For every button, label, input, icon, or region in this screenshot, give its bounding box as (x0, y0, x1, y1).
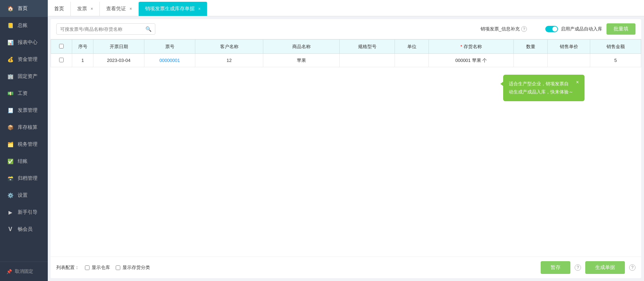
sidebar-item-label: 税务管理 (18, 141, 38, 148)
payroll-icon: 💵 (6, 90, 14, 97)
tab-cancel-invoice-label: 销项发票生成库存单据 (145, 6, 195, 12)
td-seq: 1 (72, 54, 93, 67)
td-qty (514, 54, 548, 67)
th-qty: 数量 (514, 40, 548, 54)
sidebar-item-closing[interactable]: ✅ 结账 (0, 153, 48, 170)
table-row: 1 2023-03-04 00000001 12 苹果 000001 苹果 个 … (51, 54, 641, 67)
sidebar-item-label: 固定资产 (18, 73, 38, 80)
show-warehouse-label: 显示仓库 (92, 264, 110, 271)
fund-icon: 💰 (6, 56, 14, 63)
tooltip-close-button[interactable]: × (576, 80, 579, 85)
show-warehouse-checkbox[interactable] (85, 265, 90, 270)
tab-invoice-close[interactable]: × (91, 6, 93, 11)
save-button[interactable]: 暂存 (541, 261, 570, 274)
batch-fill-button[interactable]: 批量填 (606, 23, 636, 35)
report-icon: 📊 (6, 39, 14, 46)
page-content: 🔍 销项发票_信息补充 ? 启用产成品自动入库 批量填 (51, 19, 641, 278)
cancel-pin-label: 取消固定 (15, 268, 33, 275)
home-icon: 🏠 (6, 5, 14, 12)
th-amount: 销售金额 (590, 40, 641, 54)
auto-warehouse-toggle[interactable] (545, 26, 558, 32)
sidebar-item-label: 设置 (18, 192, 28, 199)
footer-category-group: 显示存货分类 (116, 264, 150, 271)
generate-help-icon[interactable]: ? (629, 264, 636, 271)
sidebar-item-invoice-management[interactable]: 🧾 发票管理 (0, 102, 48, 119)
td-spec (340, 54, 395, 67)
td-customer: 12 (195, 54, 263, 67)
sidebar-item-report-center[interactable]: 📊 报表中心 (0, 34, 48, 51)
th-date: 开票日期 (93, 40, 144, 54)
sidebar-item-home[interactable]: 🏠 首页 (0, 0, 48, 17)
sidebar-item-guide[interactable]: ▶ 新手引导 (0, 204, 48, 221)
sidebar-item-label: 畅会员 (18, 226, 33, 233)
tab-invoice-label: 发票 (77, 6, 87, 12)
th-price: 销售单价 (548, 40, 590, 54)
tab-cancel-invoice-close[interactable]: × (198, 6, 201, 11)
tax-icon: 🗂️ (6, 140, 14, 148)
save-help-icon[interactable]: ? (575, 264, 581, 271)
settings-icon: ⚙️ (6, 191, 14, 199)
sidebar-item-label: 归档管理 (18, 175, 38, 182)
tab-view-voucher-close[interactable]: × (130, 6, 132, 11)
info-label-text: 销项发票_信息补充 (481, 26, 520, 32)
toggle-area: 启用产成品自动入库 (545, 26, 602, 32)
data-table: 序号 开票日期 票号 客户名称 商品名称 规格型号 单位 存货名称 数量 销售单… (51, 39, 641, 67)
sidebar-item-label: 结账 (18, 158, 28, 165)
sidebar-item-fixed-assets[interactable]: 🏢 固定资产 (0, 68, 48, 85)
generate-button[interactable]: 生成单据 (585, 261, 625, 274)
td-price (548, 54, 590, 67)
footer-warehouse-group: 显示仓库 (85, 264, 110, 271)
sidebar-item-label: 发票管理 (18, 107, 38, 114)
tab-view-voucher[interactable]: 查看凭证 × (100, 2, 139, 16)
main-area: 首页 发票 × 查看凭证 × 销项发票生成库存单据 × 🔍 销项发票_信息补充 … (48, 0, 644, 281)
td-checkbox[interactable] (51, 54, 72, 67)
tooltip-box: × 适合生产型企业，销项发票自动生成产成品入库，快来体验～ (503, 75, 585, 101)
td-unit (395, 54, 429, 67)
tab-bar: 首页 发票 × 查看凭证 × 销项发票生成库存单据 × (48, 0, 644, 16)
tab-view-voucher-label: 查看凭证 (106, 6, 126, 12)
row-checkbox[interactable] (59, 58, 64, 62)
sidebar-item-label: 资金管理 (18, 56, 38, 63)
td-goods: 苹果 (263, 54, 340, 67)
cancel-pin-button[interactable]: 📌 取消固定 (0, 265, 48, 278)
guide-icon: ▶ (6, 208, 14, 216)
info-icon[interactable]: ? (521, 26, 527, 32)
sidebar-item-label: 总账 (18, 22, 28, 29)
sidebar-item-vip[interactable]: V 畅会员 (0, 221, 48, 238)
show-category-label: 显示存货分类 (122, 264, 150, 271)
td-amount: 5 (590, 54, 641, 67)
th-spec: 规格型号 (340, 40, 395, 54)
toolbar: 🔍 销项发票_信息补充 ? 启用产成品自动入库 批量填 (51, 19, 641, 39)
sidebar-item-inventory[interactable]: 📦 库存核算 (0, 119, 48, 136)
tooltip-text: 适合生产型企业，销项发票自动生成产成品入库，快来体验～ (509, 81, 573, 94)
sidebar-item-label: 报表中心 (18, 39, 38, 46)
ledger-icon: 📒 (6, 22, 14, 29)
sidebar-item-general-ledger[interactable]: 📒 总账 (0, 17, 48, 34)
show-category-checkbox[interactable] (116, 265, 120, 270)
th-customer: 客户名称 (195, 40, 263, 54)
td-stock-name[interactable]: 000001 苹果 个 (429, 54, 514, 67)
sidebar-item-label: 库存核算 (18, 124, 38, 131)
select-all-checkbox[interactable] (59, 44, 64, 48)
sidebar-item-tax[interactable]: 🗂️ 税务管理 (0, 136, 48, 153)
tab-invoice[interactable]: 发票 × (71, 2, 100, 16)
sidebar-item-label: 工资 (18, 90, 28, 97)
sidebar-item-fund-management[interactable]: 💰 资金管理 (0, 51, 48, 68)
sidebar-item-settings[interactable]: ⚙️ 设置 (0, 187, 48, 204)
td-number[interactable]: 00000001 (144, 54, 195, 67)
assets-icon: 🏢 (6, 73, 14, 80)
search-box[interactable]: 🔍 (56, 23, 155, 35)
search-input[interactable] (60, 27, 143, 32)
th-checkbox (51, 40, 72, 54)
tab-home-label: 首页 (54, 6, 64, 12)
info-label: 销项发票_信息补充 ? (481, 26, 527, 32)
invoice-number-link[interactable]: 00000001 (160, 58, 180, 63)
sidebar-item-label: 新手引导 (18, 209, 38, 216)
sidebar-item-payroll[interactable]: 💵 工资 (0, 85, 48, 102)
sidebar-item-label: 首页 (18, 5, 28, 12)
sidebar-item-archive[interactable]: 🗃️ 归档管理 (0, 170, 48, 187)
footer-config-label: 列表配置： (56, 264, 79, 271)
tab-home[interactable]: 首页 (48, 2, 71, 16)
vip-icon: V (6, 225, 14, 233)
tab-cancel-invoice[interactable]: 销项发票生成库存单据 × (139, 2, 207, 16)
